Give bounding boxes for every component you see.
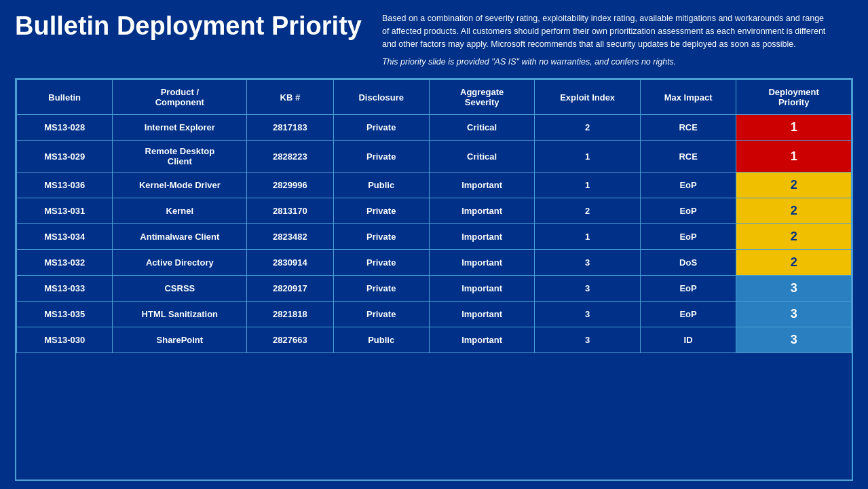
- cell-bulletin: MS13-031: [17, 198, 113, 224]
- table-row: MS13-035HTML Sanitization2821818PrivateI…: [17, 302, 852, 327]
- cell-impact: EoP: [640, 224, 736, 250]
- cell-priority: 3: [736, 276, 852, 302]
- cell-exploit: 3: [535, 327, 641, 353]
- cell-disclosure: Public: [333, 173, 429, 198]
- cell-severity: Critical: [429, 141, 535, 173]
- cell-disclosure: Private: [333, 302, 429, 327]
- table-row: MS13-029Remote DesktopClient2828223Priva…: [17, 141, 852, 173]
- cell-severity: Important: [429, 302, 535, 327]
- cell-kb: 2829996: [247, 173, 333, 198]
- cell-impact: EoP: [640, 198, 736, 224]
- cell-product: Kernel: [113, 198, 247, 224]
- col-header-kb: KB #: [247, 80, 333, 115]
- cell-impact: RCE: [640, 141, 736, 173]
- header-section: Bulletin Deployment Priority Based on a …: [15, 12, 853, 69]
- cell-product: SharePoint: [113, 327, 247, 353]
- cell-impact: ID: [640, 327, 736, 353]
- cell-disclosure: Private: [333, 276, 429, 302]
- cell-kb: 2827663: [247, 327, 333, 353]
- cell-priority: 3: [736, 302, 852, 327]
- cell-exploit: 1: [535, 224, 641, 250]
- table-header-row: Bulletin Product /Component KB # Disclos…: [17, 80, 852, 115]
- cell-priority: 2: [736, 173, 852, 198]
- cell-kb: 2820917: [247, 276, 333, 302]
- cell-severity: Important: [429, 250, 535, 276]
- cell-bulletin: MS13-029: [17, 141, 113, 173]
- table-row: MS13-032Active Directory2830914PrivateIm…: [17, 250, 852, 276]
- cell-exploit: 3: [535, 302, 641, 327]
- col-header-disclosure: Disclosure: [333, 80, 429, 115]
- table-row: MS13-034Antimalware Client2823482Private…: [17, 224, 852, 250]
- cell-priority: 2: [736, 250, 852, 276]
- cell-product: Remote DesktopClient: [113, 141, 247, 173]
- col-header-product: Product /Component: [113, 80, 247, 115]
- cell-product: Active Directory: [113, 250, 247, 276]
- disclaimer-text: This priority slide is provided "AS IS" …: [382, 56, 830, 69]
- cell-impact: RCE: [640, 115, 736, 141]
- cell-disclosure: Private: [333, 141, 429, 173]
- cell-exploit: 1: [535, 173, 641, 198]
- cell-product: CSRSS: [113, 276, 247, 302]
- cell-kb: 2828223: [247, 141, 333, 173]
- cell-product: HTML Sanitization: [113, 302, 247, 327]
- cell-impact: EoP: [640, 276, 736, 302]
- cell-severity: Important: [429, 276, 535, 302]
- page-title: Bulletin Deployment Priority: [15, 12, 362, 41]
- cell-kb: 2813170: [247, 198, 333, 224]
- cell-exploit: 2: [535, 115, 641, 141]
- cell-exploit: 2: [535, 198, 641, 224]
- cell-kb: 2823482: [247, 224, 333, 250]
- description-text: Based on a combination of severity ratin…: [382, 12, 830, 50]
- cell-impact: EoP: [640, 173, 736, 198]
- cell-bulletin: MS13-030: [17, 327, 113, 353]
- col-header-impact: Max Impact: [640, 80, 736, 115]
- col-header-exploit: Exploit Index: [535, 80, 641, 115]
- cell-bulletin: MS13-028: [17, 115, 113, 141]
- col-header-bulletin: Bulletin: [17, 80, 113, 115]
- cell-disclosure: Private: [333, 115, 429, 141]
- cell-bulletin: MS13-032: [17, 250, 113, 276]
- cell-exploit: 1: [535, 141, 641, 173]
- col-header-severity: AggregateSeverity: [429, 80, 535, 115]
- cell-product: Kernel-Mode Driver: [113, 173, 247, 198]
- cell-kb: 2821818: [247, 302, 333, 327]
- cell-severity: Important: [429, 198, 535, 224]
- cell-bulletin: MS13-034: [17, 224, 113, 250]
- header-description: Based on a combination of severity ratin…: [382, 12, 830, 69]
- cell-impact: EoP: [640, 302, 736, 327]
- cell-disclosure: Private: [333, 224, 429, 250]
- cell-bulletin: MS13-033: [17, 276, 113, 302]
- cell-severity: Important: [429, 173, 535, 198]
- cell-priority: 2: [736, 224, 852, 250]
- table-row: MS13-033CSRSS2820917PrivateImportant3EoP…: [17, 276, 852, 302]
- cell-severity: Critical: [429, 115, 535, 141]
- table-body: MS13-028Internet Explorer2817183PrivateC…: [17, 115, 852, 353]
- cell-priority: 2: [736, 198, 852, 224]
- cell-exploit: 3: [535, 250, 641, 276]
- cell-priority: 1: [736, 115, 852, 141]
- cell-disclosure: Private: [333, 250, 429, 276]
- page-container: Bulletin Deployment Priority Based on a …: [0, 0, 868, 489]
- cell-kb: 2830914: [247, 250, 333, 276]
- cell-disclosure: Private: [333, 198, 429, 224]
- cell-bulletin: MS13-036: [17, 173, 113, 198]
- cell-priority: 1: [736, 141, 852, 173]
- cell-priority: 3: [736, 327, 852, 353]
- cell-product: Antimalware Client: [113, 224, 247, 250]
- cell-exploit: 3: [535, 276, 641, 302]
- col-header-priority: DeploymentPriority: [736, 80, 852, 115]
- table-row: MS13-030SharePoint2827663PublicImportant…: [17, 327, 852, 353]
- cell-severity: Important: [429, 224, 535, 250]
- data-table-container: Bulletin Product /Component KB # Disclos…: [15, 78, 853, 481]
- table-row: MS13-036Kernel-Mode Driver2829996PublicI…: [17, 173, 852, 198]
- cell-kb: 2817183: [247, 115, 333, 141]
- cell-severity: Important: [429, 327, 535, 353]
- bulletin-table: Bulletin Product /Component KB # Disclos…: [16, 79, 852, 353]
- cell-disclosure: Public: [333, 327, 429, 353]
- cell-product: Internet Explorer: [113, 115, 247, 141]
- table-row: MS13-028Internet Explorer2817183PrivateC…: [17, 115, 852, 141]
- cell-impact: DoS: [640, 250, 736, 276]
- cell-bulletin: MS13-035: [17, 302, 113, 327]
- table-row: MS13-031Kernel2813170PrivateImportant2Eo…: [17, 198, 852, 224]
